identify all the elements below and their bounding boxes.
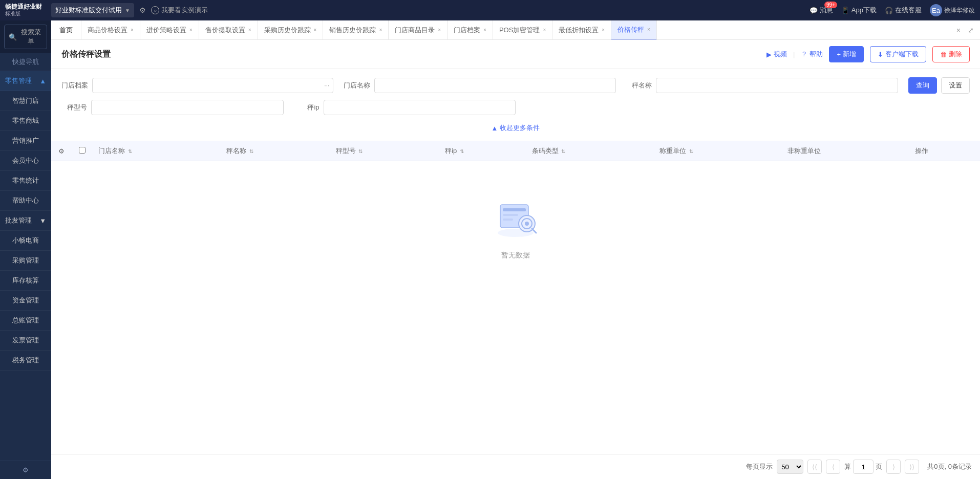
tab-sale-extract[interactable]: 售价提取设置 ×	[199, 20, 258, 40]
expand-tab-icon[interactable]: ⤢	[966, 24, 976, 36]
prev-page-button[interactable]: ⟨	[826, 460, 840, 474]
sidebar-search-area: 🔍 搜索菜单	[0, 20, 51, 53]
phone-icon: 📱	[841, 7, 849, 14]
search-menu-button[interactable]: 🔍 搜索菜单	[4, 25, 47, 49]
close-icon[interactable]: ×	[248, 27, 251, 33]
th-scale-model-label: 秤型号	[336, 147, 356, 155]
tab-bar: 首页 商品价格设置 × 进价策略设置 × 售价提取设置 × 采购历史价跟踪 × …	[51, 20, 980, 40]
tab-label: 最低折扣设置	[559, 26, 599, 35]
tab-purchase-history[interactable]: 采购历史价跟踪 ×	[258, 20, 324, 40]
scale-name-input[interactable]	[656, 78, 898, 93]
tab-store-catalog[interactable]: 门店商品目录 ×	[389, 20, 448, 40]
page-number-input[interactable]	[853, 460, 874, 474]
next-page-button[interactable]: ⟩	[886, 460, 901, 474]
tab-sale-history[interactable]: 销售历史价跟踪 ×	[323, 20, 389, 40]
store-name-input[interactable]	[374, 78, 615, 93]
th-barcode-type: 条码类型 ⇅	[526, 141, 654, 161]
add-icon: +	[837, 51, 841, 58]
sidebar-item-general-ledger[interactable]: 总账管理	[0, 311, 51, 331]
per-page-select[interactable]: 50 10 20 100	[777, 460, 803, 474]
last-page-button[interactable]: ⟩⟩	[905, 460, 919, 474]
tab-purchase-strategy[interactable]: 进价策略设置 ×	[140, 20, 199, 40]
sidebar-item-smart-store[interactable]: 智慧门店	[0, 91, 51, 111]
close-icon[interactable]: ×	[602, 27, 605, 33]
video-link[interactable]: ▶ 视频	[766, 50, 787, 59]
quick-nav-button[interactable]: 快捷导航	[0, 53, 51, 71]
sidebar-item-finance[interactable]: 资金管理	[0, 291, 51, 311]
store-file-input[interactable]	[92, 78, 333, 93]
query-button[interactable]: 查询	[908, 77, 937, 94]
scale-ip-input[interactable]	[324, 100, 516, 115]
tab-product-price[interactable]: 商品价格设置 ×	[81, 20, 140, 40]
play-icon: ▶	[766, 51, 772, 58]
settings-button[interactable]: 设置	[941, 77, 970, 94]
app-download-button[interactable]: 📱 App下载	[841, 6, 877, 15]
sidebar-item-inventory[interactable]: 库存核算	[0, 271, 51, 291]
sidebar-item-marketing[interactable]: 营销推广	[0, 131, 51, 151]
close-tab-icon[interactable]: ×	[954, 24, 963, 36]
download-icon: ⬇	[878, 51, 883, 58]
close-icon[interactable]: ×	[543, 27, 546, 33]
version-selector[interactable]: 好业财标准版交付试用 ▼	[51, 3, 134, 17]
sidebar-item-help-center[interactable]: 帮助中心	[0, 191, 51, 211]
tab-pos-security[interactable]: POS加密管理 ×	[493, 20, 552, 40]
select-all-checkbox[interactable]	[79, 147, 86, 154]
chevron-down-icon: ▼	[125, 8, 130, 13]
user-area[interactable]: Ea 徐泽华修改	[930, 4, 975, 16]
logo-title: 畅捷通好业财	[5, 3, 46, 10]
tab-label: 价格传秤	[617, 25, 644, 34]
sort-icon: ⇅	[358, 148, 363, 154]
help-label: 帮助	[809, 50, 823, 59]
first-page-button[interactable]: ⟨⟨	[807, 460, 822, 474]
tab-home[interactable]: 首页	[51, 20, 81, 40]
main-layout: 🔍 搜索菜单 快捷导航 零售管理 ▲ 智慧门店 零售商城 营销推广 会员中心 零…	[0, 20, 980, 479]
sort-icon: ⇅	[689, 148, 693, 154]
close-icon[interactable]: ×	[647, 27, 650, 32]
gear-icon[interactable]: ⚙	[139, 6, 146, 14]
close-icon[interactable]: ×	[314, 27, 317, 33]
chevron-up-icon: ▲	[492, 124, 498, 132]
th-checkbox[interactable]	[72, 141, 92, 161]
sidebar-item-invoice-mgmt[interactable]: 发票管理	[0, 331, 51, 351]
sidebar-item-tax-mgmt[interactable]: 税务管理	[0, 351, 51, 371]
delete-button[interactable]: 🗑 删除	[932, 46, 970, 62]
sidebar-item-member-center[interactable]: 会员中心	[0, 151, 51, 171]
tab-label: 进价策略设置	[146, 26, 186, 35]
online-service-button[interactable]: 🎧 在线客服	[885, 6, 922, 15]
th-store-name: 门店名称 ⇅	[92, 141, 220, 161]
sidebar-settings[interactable]: ⚙	[0, 461, 51, 479]
more-icon[interactable]: ···	[324, 82, 329, 89]
page-title: 价格传秤设置	[61, 49, 111, 60]
th-settings[interactable]: ⚙	[51, 141, 72, 161]
tab-price-scale[interactable]: 价格传秤 ×	[611, 20, 657, 40]
collapse-button[interactable]: ▲ 收起更多条件	[492, 123, 540, 133]
th-non-weight-unit-label: 非称重单位	[787, 147, 821, 155]
help-link[interactable]: ？ 帮助	[801, 50, 823, 59]
sidebar-item-label: 营销推广	[12, 137, 39, 144]
demo-button[interactable]: ○ 我要看实例演示	[151, 6, 208, 15]
tab-min-discount[interactable]: 最低折扣设置 ×	[552, 20, 611, 40]
sidebar-item-mini-ecom[interactable]: 小畅电商	[0, 231, 51, 251]
tab-store-file[interactable]: 门店档案 ×	[448, 20, 493, 40]
sidebar-item-retail-stats[interactable]: 零售统计	[0, 171, 51, 191]
sidebar-item-wholesale-mgmt[interactable]: 批发管理 ▼	[0, 211, 51, 231]
download-client-button[interactable]: ⬇ 客户端下载	[870, 46, 926, 62]
close-icon[interactable]: ×	[131, 27, 134, 33]
chevron-down-icon: ▼	[39, 217, 46, 225]
close-icon[interactable]: ×	[189, 27, 193, 33]
sort-icon: ⇅	[460, 148, 464, 154]
close-icon[interactable]: ×	[379, 27, 382, 33]
sidebar-item-online-store[interactable]: 零售商城	[0, 111, 51, 131]
th-non-weight-unit: 非称重单位	[781, 141, 908, 161]
close-icon[interactable]: ×	[483, 27, 486, 33]
table-header-row: ⚙ 门店名称 ⇅ 秤名称 ⇅	[51, 141, 980, 161]
chevron-up-icon: ▲	[39, 77, 46, 85]
add-button[interactable]: + 新增	[829, 46, 864, 62]
store-name-field: 门店名称	[344, 78, 615, 93]
sidebar-item-purchase-mgmt[interactable]: 采购管理	[0, 251, 51, 271]
close-icon[interactable]: ×	[438, 27, 441, 33]
page-actions: ▶ 视频 | ？ 帮助 + 新增 ⬇ 客户端下载	[766, 46, 970, 62]
messages-button[interactable]: 💬 消息 99+	[809, 6, 833, 15]
sidebar-item-retail-mgmt[interactable]: 零售管理 ▲	[0, 71, 51, 91]
scale-model-input[interactable]	[91, 100, 284, 115]
